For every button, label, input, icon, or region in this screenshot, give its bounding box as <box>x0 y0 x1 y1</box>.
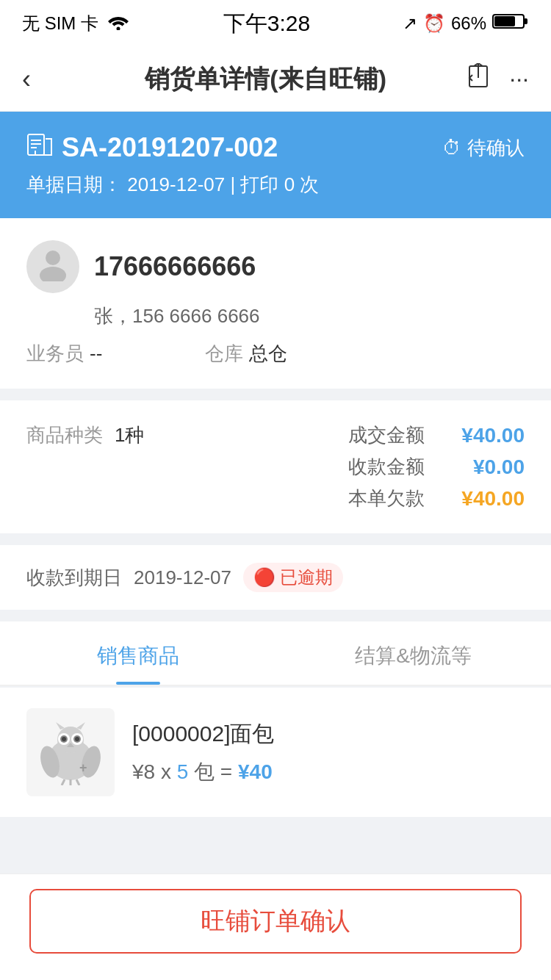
product-image: + <box>26 708 115 796</box>
back-button[interactable]: ‹ <box>22 64 66 95</box>
svg-point-18 <box>62 737 66 741</box>
due-date-label: 收款到期日 <box>26 565 122 591</box>
alarm-icon: ⏰ <box>423 13 445 34</box>
due-date-card: 收款到期日 2019-12-07 🔴 已逾期 <box>0 545 551 610</box>
document-icon <box>26 132 53 163</box>
customer-phone: 17666666666 <box>94 251 256 282</box>
tabs-container: 销售商品 结算&物流等 <box>0 621 551 686</box>
battery-icon <box>492 12 529 35</box>
warehouse-label: 仓库 <box>205 341 243 367</box>
wifi-icon <box>106 12 131 35</box>
status-bar-time: 下午3:28 <box>223 9 310 39</box>
status-bar-left: 无 SIM 卡 <box>22 12 131 35</box>
warehouse-value: 总仓 <box>249 341 287 367</box>
svg-line-25 <box>62 779 65 785</box>
share-icon[interactable] <box>465 63 491 96</box>
overdue-badge: 🔴 已逾期 <box>243 563 343 592</box>
product-item: + [0000002]面包 ¥8 x 5 包 = ¥40 <box>0 688 551 817</box>
svg-point-11 <box>40 267 66 281</box>
status-bar-right: ↗ ⏰ 66% <box>403 12 529 35</box>
sales-value: -- <box>90 342 102 365</box>
header-date: 单据日期： 2019-12-07 | 打印 0 次 <box>26 172 525 198</box>
svg-text:+: + <box>79 760 87 775</box>
received-value: ¥0.00 <box>436 455 525 479</box>
customer-card: 17666666666 张，156 6666 6666 业务员 -- 仓库 总仓 <box>0 218 551 389</box>
product-list: + [0000002]面包 ¥8 x 5 包 = ¥40 <box>0 688 551 817</box>
product-name: [0000002]面包 <box>132 719 525 749</box>
product-type-label: 商品种类 <box>26 422 103 448</box>
clock-icon: ⏱ <box>442 137 461 159</box>
product-type-value: 1种 <box>115 422 144 448</box>
tabs-row: 销售商品 结算&物流等 <box>0 621 551 686</box>
svg-point-19 <box>75 737 79 741</box>
svg-marker-21 <box>56 722 65 729</box>
product-thumbnail: + <box>34 719 107 785</box>
product-info: [0000002]面包 ¥8 x 5 包 = ¥40 <box>132 719 525 786</box>
status-bar: 无 SIM 卡 下午3:28 ↗ ⏰ 66% <box>0 0 551 47</box>
debt-label: 本单欠款 <box>348 486 425 511</box>
svg-point-0 <box>117 27 120 31</box>
user-icon <box>35 245 71 289</box>
svg-line-27 <box>76 779 79 785</box>
nav-actions: ··· <box>465 63 529 96</box>
confirm-button[interactable]: 旺铺订单确认 <box>29 889 522 954</box>
no-sim-text: 无 SIM 卡 <box>22 12 98 35</box>
sales-label: 业务员 <box>26 341 84 367</box>
svg-marker-22 <box>76 722 85 729</box>
tab-settlement[interactable]: 结算&物流等 <box>276 621 551 685</box>
avatar <box>26 240 79 293</box>
received-label: 收款金额 <box>348 454 425 480</box>
product-total: ¥40 <box>238 760 273 783</box>
more-icon[interactable]: ··· <box>509 65 529 93</box>
order-number: SA-20191207-002 <box>26 132 278 163</box>
deal-amount-label: 成交金额 <box>348 422 425 448</box>
customer-meta: 业务员 -- 仓库 总仓 <box>26 341 525 367</box>
customer-name: 张，156 6666 6666 <box>26 303 525 329</box>
deal-amount-value: ¥40.00 <box>436 424 525 447</box>
battery-text: 66% <box>451 13 486 34</box>
bottom-bar: 旺铺订单确认 <box>0 873 551 980</box>
nav-bar: ‹ 销货单详情(来自旺铺) ··· <box>0 47 551 112</box>
svg-rect-2 <box>524 18 527 24</box>
page-title: 销货单详情(来自旺铺) <box>66 62 465 96</box>
status-badge: ⏱ 待确认 <box>442 135 525 161</box>
due-date-value: 2019-12-07 <box>134 566 231 589</box>
warning-icon: 🔴 <box>253 567 276 588</box>
debt-value: ¥40.00 <box>436 487 525 511</box>
tab-sales-products[interactable]: 销售商品 <box>0 621 276 685</box>
product-qty: 5 <box>177 760 189 783</box>
location-icon: ↗ <box>403 13 417 34</box>
stats-card: 商品种类 1种 成交金额 ¥40.00 收款金额 ¥0.00 本单欠款 ¥40.… <box>0 400 551 533</box>
product-price: ¥8 x 5 包 = ¥40 <box>132 758 525 786</box>
svg-point-10 <box>46 251 60 265</box>
header-card: SA-20191207-002 ⏱ 待确认 单据日期： 2019-12-07 |… <box>0 112 551 218</box>
svg-rect-3 <box>494 16 515 26</box>
